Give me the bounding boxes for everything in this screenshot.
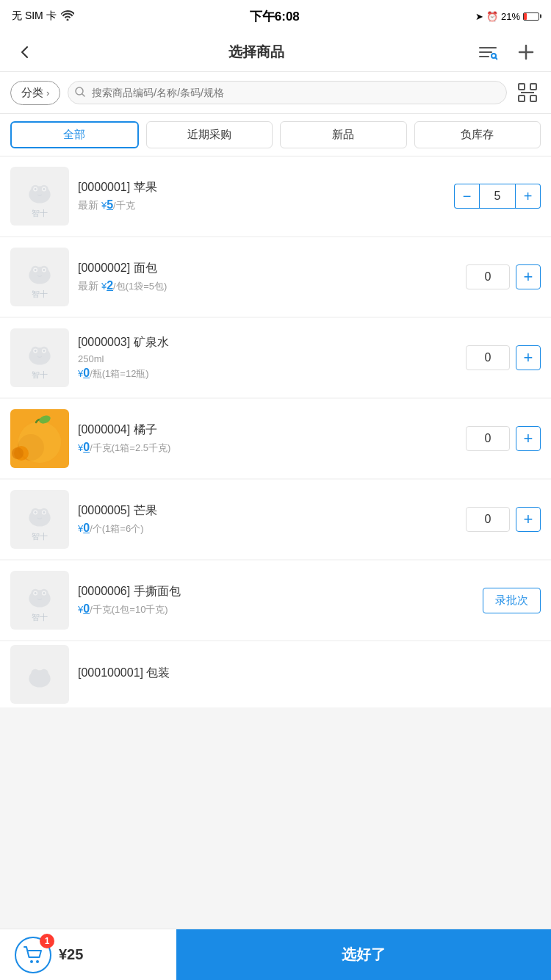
- svg-rect-11: [519, 96, 525, 101]
- svg-rect-12: [530, 96, 536, 101]
- svg-point-59: [36, 960, 39, 963]
- bottom-bar: 1 ¥25 选好了: [0, 929, 551, 980]
- quantity-control: +: [466, 507, 541, 532]
- svg-line-4: [495, 57, 497, 60]
- product-thumbnail: 智十: [10, 248, 69, 306]
- quantity-input[interactable]: [466, 345, 510, 370]
- quantity-input[interactable]: [466, 507, 510, 532]
- product-thumbnail: 智十: [10, 490, 69, 549]
- alarm-icon: ⏰: [486, 11, 498, 22]
- quantity-control: − +: [454, 184, 541, 209]
- svg-point-53: [35, 592, 37, 594]
- toolbar: 分类 ›: [0, 72, 551, 114]
- scan-button[interactable]: [514, 79, 541, 106]
- price-unit: /千克: [113, 200, 135, 211]
- product-info: [000100001] 包装: [78, 666, 541, 684]
- plus-button[interactable]: +: [516, 345, 541, 370]
- product-info: [0000003] 矿泉水 250ml ¥0/瓶(1箱=12瓶): [78, 335, 457, 381]
- status-time: 下午6:08: [250, 8, 300, 25]
- svg-point-27: [43, 269, 45, 271]
- back-button[interactable]: [12, 39, 38, 65]
- quantity-input[interactable]: [466, 264, 510, 289]
- product-price: ¥0/千克(1箱=2.5千克): [78, 441, 457, 455]
- confirm-button[interactable]: 选好了: [176, 929, 551, 981]
- price-value: 0: [83, 522, 90, 534]
- svg-rect-10: [530, 84, 536, 90]
- status-right: ➤ ⏰ 21%: [475, 11, 539, 22]
- plus-button[interactable]: +: [516, 184, 541, 209]
- cart-total: ¥25: [59, 946, 83, 963]
- cart-button[interactable]: 1: [15, 937, 51, 973]
- page-title: 选择商品: [228, 43, 284, 62]
- search-wrapper: [68, 81, 507, 104]
- product-thumbnail: 智十: [10, 571, 69, 630]
- price-label: 最新: [78, 280, 98, 292]
- price-value: 0: [83, 441, 90, 453]
- price-unit: /瓶(1箱=12瓶): [90, 368, 149, 379]
- svg-point-26: [35, 269, 37, 271]
- location-icon: ➤: [475, 11, 483, 22]
- quantity-input[interactable]: [479, 184, 516, 209]
- nav-bar: 选择商品: [0, 32, 551, 72]
- tab-negative[interactable]: 负库存: [414, 121, 541, 148]
- quantity-control: +: [466, 264, 541, 289]
- status-left: 无 SIM 卡: [12, 10, 74, 23]
- table-row: 智十 [0000005] 芒果 ¥0/个(1箱=6个) +: [0, 480, 551, 559]
- tab-new[interactable]: 新品: [280, 121, 407, 148]
- table-row: 智十 [0000006] 手撕面包 ¥0/千克(1包=10千克) 录批次: [0, 561, 551, 640]
- table-row: [0000004] 橘子 ¥0/千克(1箱=2.5千克) +: [0, 399, 551, 478]
- product-info: [0000006] 手撕面包 ¥0/千克(1包=10千克): [78, 584, 474, 616]
- quantity-control: +: [466, 345, 541, 370]
- plus-button[interactable]: +: [516, 426, 541, 451]
- cart-badge: 1: [40, 934, 54, 948]
- table-row: 智十 [0000003] 矿泉水 250ml ¥0/瓶(1箱=12瓶) +: [0, 318, 551, 397]
- svg-point-58: [30, 960, 33, 963]
- product-price: ¥0/千克(1包=10千克): [78, 602, 474, 616]
- svg-point-34: [43, 350, 45, 352]
- carrier-label: 无 SIM 卡: [12, 10, 57, 23]
- svg-point-56: [31, 669, 40, 678]
- table-row: [000100001] 包装: [0, 641, 551, 707]
- tab-recent[interactable]: 近期采购: [146, 121, 273, 148]
- product-info: [0000001] 苹果 最新 ¥5/千克: [78, 180, 445, 212]
- product-price: 最新 ¥5/千克: [78, 198, 445, 212]
- plus-button[interactable]: +: [516, 264, 541, 289]
- price-value: 2: [107, 279, 113, 292]
- price-unit: /包(1袋=5包): [113, 281, 167, 292]
- product-info: [0000004] 橘子 ¥0/千克(1箱=2.5千克): [78, 422, 457, 455]
- batch-record-button[interactable]: 录批次: [483, 588, 541, 613]
- tab-all[interactable]: 全部: [10, 121, 139, 148]
- product-thumbnail: 智十: [10, 328, 69, 387]
- svg-point-19: [35, 188, 37, 190]
- add-icon-button[interactable]: [513, 39, 539, 65]
- filter-icon-button[interactable]: [475, 39, 501, 65]
- product-spec: 250ml: [78, 353, 457, 364]
- plus-button[interactable]: +: [516, 507, 541, 532]
- cart-section: 1 ¥25: [0, 937, 176, 973]
- nav-actions: [475, 39, 539, 65]
- product-name: [0000002] 面包: [78, 261, 457, 276]
- svg-point-47: [43, 511, 45, 514]
- price-label: 最新: [78, 199, 98, 211]
- price-value: 0: [83, 367, 90, 379]
- quantity-control: +: [466, 426, 541, 451]
- quantity-input[interactable]: [466, 426, 510, 451]
- product-name: [0000001] 苹果: [78, 180, 445, 195]
- minus-button[interactable]: −: [454, 184, 479, 209]
- product-name: [0000003] 矿泉水: [78, 335, 457, 350]
- category-button[interactable]: 分类 ›: [10, 81, 60, 105]
- product-thumbnail: [10, 645, 69, 704]
- product-name: [0000006] 手撕面包: [78, 584, 474, 599]
- product-price: ¥0/瓶(1箱=12瓶): [78, 367, 457, 381]
- search-input[interactable]: [68, 81, 507, 104]
- price-value: 5: [107, 198, 113, 211]
- svg-point-57: [40, 669, 48, 678]
- product-thumbnail: [10, 409, 69, 468]
- svg-rect-9: [519, 84, 525, 90]
- price-unit: /千克(1箱=2.5千克): [90, 442, 170, 453]
- table-row: 智十 [0000002] 面包 最新 ¥2/包(1袋=5包) +: [0, 237, 551, 317]
- product-list: 智十 [0000001] 苹果 最新 ¥5/千克 − +: [0, 156, 551, 707]
- battery-icon: [523, 12, 539, 21]
- product-name: [000100001] 包装: [78, 666, 541, 681]
- product-info: [0000005] 芒果 ¥0/个(1箱=6个): [78, 503, 457, 536]
